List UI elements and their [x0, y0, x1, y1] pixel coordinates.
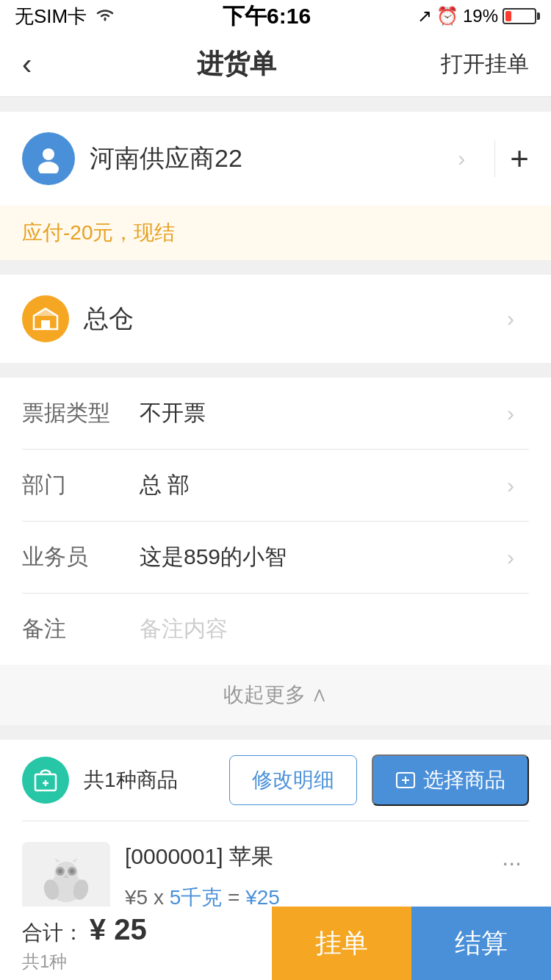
total-amount: ¥ 25: [90, 913, 147, 945]
collapse-text: 收起更多 ∧: [223, 683, 328, 706]
product-code: [0000001]: [125, 844, 229, 868]
footer: 合计： ¥ 25 共1种 挂单 结算: [0, 907, 551, 980]
product-more-button[interactable]: ···: [494, 842, 529, 884]
open-pending-button[interactable]: 打开挂单: [441, 49, 529, 79]
wifi-signal: [94, 5, 116, 28]
unit-price: ¥5 x: [125, 886, 170, 909]
total-label: 合计：: [22, 921, 84, 944]
salesperson-row[interactable]: 业务员 这是859的小智 ›: [0, 522, 551, 593]
salesperson-value: 这是859的小智: [110, 542, 507, 572]
footer-total: 合计： ¥ 25 共1种: [0, 907, 272, 980]
separator-2: [0, 260, 551, 275]
separator-1: [0, 97, 551, 112]
checkout-button[interactable]: 结算: [411, 907, 551, 980]
ticket-type-value: 不开票: [110, 398, 507, 428]
nav-bar: ‹ 进货单 打开挂单: [0, 32, 551, 97]
form-section: 票据类型 不开票 › 部门 总 部 › 业务员 这是859的小智 › 备注 备注…: [0, 378, 551, 665]
battery-percentage: 19%: [463, 6, 498, 26]
product-info: [0000001] 苹果 ¥5 x 5千克 = ¥25: [125, 842, 480, 912]
svg-point-1: [38, 162, 59, 173]
remark-input[interactable]: 备注内容: [110, 614, 529, 644]
status-carrier: 无SIM卡: [15, 4, 116, 29]
alarm-icon: ⏰: [436, 6, 458, 26]
add-supplier-button[interactable]: +: [510, 140, 529, 177]
svg-point-16: [70, 869, 74, 873]
quantity: 5千克: [170, 886, 223, 909]
status-icons: ↗ ⏰ 19%: [417, 6, 536, 26]
payment-notice: 应付-20元，现结: [0, 206, 551, 260]
svg-marker-20: [54, 858, 60, 862]
products-count: 共1种商品: [84, 766, 215, 794]
footer-total-main: 合计： ¥ 25: [22, 913, 250, 947]
status-time: 下午6:16: [223, 1, 311, 32]
collapse-row[interactable]: 收起更多 ∧: [0, 665, 551, 725]
supplier-section: 河南供应商22 › + 应付-20元，现结: [0, 112, 551, 260]
supplier-name: 河南供应商22: [90, 142, 458, 176]
warehouse-chevron-icon: ›: [507, 306, 514, 331]
svg-rect-3: [41, 320, 50, 329]
supplier-row[interactable]: 河南供应商22 › +: [0, 112, 551, 206]
department-value: 总 部: [110, 470, 507, 500]
location-icon: ↗: [417, 6, 432, 26]
equals: =: [228, 886, 245, 909]
battery-icon: [503, 8, 536, 24]
remark-row[interactable]: 备注 备注内容: [0, 594, 551, 665]
supplier-chevron-icon: ›: [458, 146, 465, 171]
page-title: 进货单: [197, 46, 276, 82]
separator-3: [0, 363, 551, 378]
svg-marker-4: [34, 309, 57, 316]
ticket-type-label: 票据类型: [22, 398, 110, 428]
svg-point-15: [58, 869, 62, 873]
department-label: 部门: [22, 470, 110, 500]
divider: [494, 140, 495, 177]
carrier-text: 无SIM卡: [15, 4, 87, 29]
remark-label: 备注: [22, 614, 110, 644]
warehouse-section: 总仓 ›: [0, 275, 551, 363]
department-chevron-icon: ›: [507, 473, 514, 498]
svg-marker-21: [72, 858, 78, 862]
separator-4: [0, 725, 551, 740]
ticket-type-chevron-icon: ›: [507, 401, 514, 426]
ticket-type-row[interactable]: 票据类型 不开票 ›: [0, 378, 551, 449]
product-name: [0000001] 苹果: [125, 842, 480, 872]
salesperson-label: 业务员: [22, 542, 110, 572]
back-button[interactable]: ‹: [22, 48, 32, 81]
warehouse-name: 总仓: [84, 302, 507, 336]
status-bar: 无SIM卡 下午6:16 ↗ ⏰ 19%: [0, 0, 551, 32]
warehouse-icon: [22, 295, 69, 342]
supplier-avatar: [22, 132, 75, 185]
svg-point-0: [43, 148, 54, 160]
footer-total-sub: 共1种: [22, 950, 250, 973]
select-product-button[interactable]: 选择商品: [372, 754, 529, 806]
product-title: 苹果: [229, 844, 273, 868]
products-header: 共1种商品 修改明细 选择商品: [0, 740, 551, 821]
department-row[interactable]: 部门 总 部 ›: [0, 450, 551, 521]
products-icon: [22, 757, 69, 804]
total-price: ¥25: [245, 886, 280, 909]
select-product-label: 选择商品: [423, 766, 505, 794]
edit-detail-button[interactable]: 修改明细: [229, 755, 357, 805]
salesperson-chevron-icon: ›: [507, 545, 514, 570]
warehouse-row[interactable]: 总仓 ›: [0, 275, 551, 363]
pending-button[interactable]: 挂单: [272, 907, 411, 980]
